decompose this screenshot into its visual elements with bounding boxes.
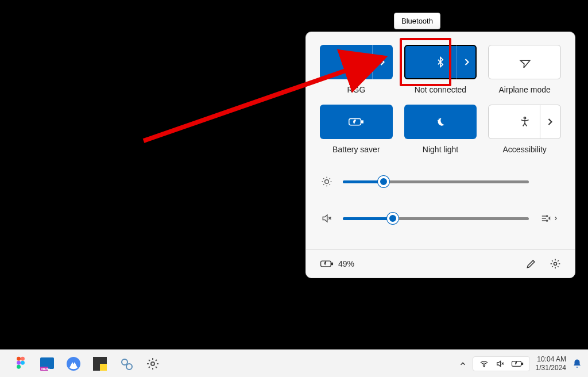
battery-saver-tile[interactable] [320,105,393,139]
battery-percent-text: 49% [338,259,354,268]
svg-point-15 [17,360,21,364]
wifi-tile[interactable] [320,45,393,79]
notifications-button[interactable] [572,358,582,370]
battery-status-button[interactable]: 49% [320,259,354,268]
night-light-tile[interactable] [404,105,477,139]
taskbar-system-tray: 10:04 AM 1/31/2024 [459,355,582,372]
taskbar-app-outlook[interactable]: NEW [36,352,59,375]
volume-mute-icon [495,359,505,368]
accessibility-tile[interactable] [488,105,561,139]
tile-wrap-battery-saver: Battery saver [320,105,393,154]
chevron-right-icon [461,56,473,68]
battery-icon [320,259,334,268]
tile-wrap-wifi: RGG [320,45,393,94]
svg-rect-10 [331,263,332,264]
brightness-slider[interactable] [343,180,529,183]
chevron-right-icon [377,56,388,68]
tile-wrap-airplane: Airplane mode [488,45,561,94]
tray-overflow-button[interactable] [459,360,467,368]
taskbar-date: 1/31/2024 [536,364,566,372]
svg-point-24 [126,364,132,370]
svg-rect-28 [521,363,523,364]
battery-saver-tile-label: Battery saver [332,145,380,154]
taskbar-app-services[interactable] [115,352,138,375]
taskbar-clock[interactable]: 10:04 AM 1/31/2024 [536,355,566,372]
wifi-expand-button[interactable] [372,45,393,79]
svg-point-8 [546,220,547,221]
svg-point-11 [554,263,557,266]
accessibility-tile-label: Accessibility [503,145,547,154]
svg-point-6 [325,180,329,184]
svg-point-17 [17,364,21,368]
svg-point-16 [21,360,25,364]
svg-point-14 [21,356,25,360]
quick-settings-panel: RGG Not connected Airplane mode [305,32,575,278]
audio-output-button[interactable] [538,214,561,223]
wifi-icon [479,359,489,368]
airplane-mode-tile[interactable] [488,45,561,79]
volume-slider[interactable] [343,217,529,220]
taskbar-app-sticky-notes[interactable] [88,352,111,375]
tile-wrap-night-light: Night light [404,105,477,154]
airplane-tile-label: Airplane mode [499,85,551,94]
gear-icon [550,258,561,270]
chevron-right-icon [544,116,556,128]
panel-bottom-bar: 49% [306,249,575,278]
bluetooth-expand-button[interactable] [456,45,477,79]
night-light-tile-label: Night light [423,145,458,154]
svg-point-13 [17,356,21,360]
taskbar-pinned-apps: NEW [6,352,164,375]
svg-point-0 [355,65,357,66]
brightness-slider-row [320,176,561,187]
svg-point-5 [524,117,525,119]
pencil-icon [525,258,537,270]
quick-settings-tile-grid: RGG Not connected Airplane mode [320,45,561,154]
tile-wrap-accessibility: Accessibility [488,105,561,154]
battery-icon [511,360,524,368]
taskbar-app-figma[interactable] [9,352,32,375]
taskbar-app-settings[interactable] [141,352,164,375]
volume-mute-icon[interactable] [320,213,334,224]
svg-point-3 [438,120,439,121]
sliders-section [320,176,561,249]
edit-quick-settings-button[interactable] [525,258,537,270]
taskbar-app-nordvpn[interactable] [62,352,85,375]
taskbar: NEW 10:04 AM 1/31/2024 [0,349,588,377]
svg-rect-2 [362,121,363,123]
tray-network-volume-battery[interactable] [473,356,530,371]
bluetooth-tile-label: Not connected [415,85,466,94]
svg-text:NEW: NEW [41,367,49,371]
battery-saver-icon [347,116,365,128]
night-light-icon [435,116,446,128]
brightness-icon [320,176,334,187]
wifi-icon [350,56,362,68]
wifi-tile-label: RGG [347,85,365,94]
bluetooth-tooltip: Bluetooth [394,13,440,29]
bluetooth-icon [435,56,446,68]
accessibility-icon [519,116,531,128]
bluetooth-tile[interactable] [404,45,477,79]
airplane-icon [519,56,531,68]
svg-point-23 [122,359,127,365]
svg-point-4 [439,118,439,119]
svg-point-25 [151,362,154,366]
settings-button[interactable] [550,258,561,270]
tile-wrap-bluetooth: Not connected [404,45,477,94]
svg-point-7 [546,216,547,217]
volume-slider-row [320,213,561,224]
accessibility-expand-button[interactable] [540,105,560,139]
svg-point-26 [483,366,484,367]
taskbar-time: 10:04 AM [536,355,566,363]
